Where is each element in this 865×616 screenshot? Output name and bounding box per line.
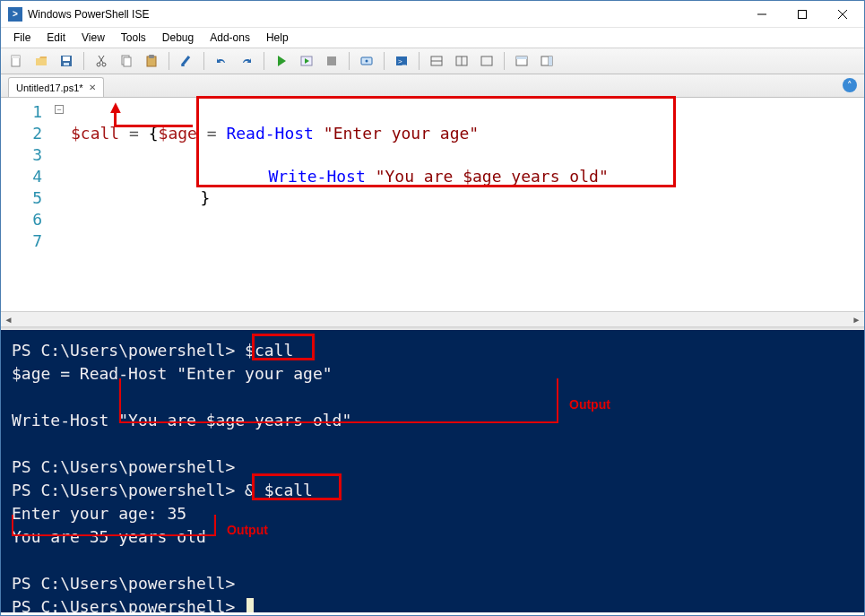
svg-rect-32 [549,56,552,65]
powershell-tab-button[interactable]: >_ [390,50,413,72]
window-title: Windows PowerShell ISE [28,8,741,21]
toolbar-separator [384,52,385,70]
cursor [247,598,254,612]
stop-button[interactable] [320,50,343,72]
console-line: PS C:\Users\powershell> & $call [12,479,853,502]
svg-point-20 [366,60,368,63]
svg-rect-5 [12,56,20,58]
line-number: 7 [1,230,42,252]
line-number: 2 [1,123,42,144]
editor-horizontal-scrollbar[interactable]: ◄ ► [1,311,864,326]
redo-button[interactable] [235,50,258,72]
maximize-button[interactable] [782,2,822,27]
line-number: 3 [1,144,42,166]
line-number: 6 [1,209,42,230]
svg-line-11 [99,56,104,63]
toolbar-separator [203,52,204,70]
run-selection-button[interactable] [295,50,318,72]
tab-strip: Untitled17.ps1* ✕ ˄ [1,74,864,98]
scroll-right-icon[interactable]: ► [849,312,864,326]
window-controls [741,2,862,27]
annotation-box [252,334,315,360]
line-number: 5 [1,187,42,209]
toolbar-separator [504,52,505,70]
svg-rect-14 [124,57,131,66]
console-line: PS C:\Users\powershell> $call [12,339,853,362]
clear-button[interactable] [175,50,198,72]
annotation-box [252,473,342,500]
annotation-label: Output [227,518,268,542]
line-number: 1 [1,101,42,123]
undo-button[interactable] [210,50,233,72]
save-button[interactable] [55,50,78,72]
console-line [12,549,853,572]
remote-button[interactable] [355,50,378,72]
svg-rect-1 [798,10,806,18]
console-pane[interactable]: PS C:\Users\powershell> $call $age = Rea… [1,330,864,612]
console-line [12,432,853,455]
script-editor[interactable]: 1 2 3 4 5 6 7 − $call = {$age = Read-Hos… [1,98,864,311]
annotation-label: Output [569,393,610,416]
svg-rect-18 [327,56,336,65]
show-command-button[interactable] [510,50,533,72]
line-number-gutter: 1 2 3 4 5 6 7 [1,98,49,311]
tab-label: Untitled17.ps1* [16,82,83,93]
menu-addons[interactable]: Add-ons [203,30,257,46]
app-icon: > [8,7,22,22]
annotation-bracket [119,378,558,423]
line-number: 4 [1,166,42,187]
toolbar: >_ [1,48,864,74]
collapse-panel-icon[interactable]: ˄ [843,78,857,92]
cut-button[interactable] [90,50,113,72]
annotation-arrowhead-icon: ▲ [107,97,125,117]
menu-help[interactable]: Help [259,30,296,46]
menu-edit[interactable]: Edit [39,30,73,46]
toolbar-separator [83,52,84,70]
code-token: } [201,188,211,207]
menu-debug[interactable]: Debug [155,30,201,46]
console-line: PS C:\Users\powershell> [12,595,853,612]
svg-rect-8 [64,63,69,65]
svg-rect-7 [63,56,70,61]
svg-point-9 [97,63,100,66]
annotation-box [196,96,676,187]
menu-tools[interactable]: Tools [114,30,153,46]
minimize-button[interactable] [741,2,782,27]
annotation-arrow [114,125,193,127]
scroll-left-icon[interactable]: ◄ [1,312,16,326]
annotation-bracket [12,515,216,536]
console-line: PS C:\Users\powershell> [12,572,853,595]
new-file-button[interactable] [4,50,28,72]
run-button[interactable] [270,50,293,72]
svg-point-10 [102,63,106,66]
menu-file[interactable]: File [6,30,38,46]
layout-button-1[interactable] [425,50,448,72]
close-button[interactable] [822,2,862,27]
svg-line-12 [99,56,103,63]
tab-close-icon[interactable]: ✕ [89,82,96,92]
open-file-button[interactable] [30,50,53,72]
svg-rect-29 [516,56,527,59]
svg-rect-27 [481,56,492,65]
toolbar-separator [349,52,350,70]
copy-button[interactable] [115,50,138,72]
show-commands-addon-button[interactable] [535,50,558,72]
file-tab[interactable]: Untitled17.ps1* ✕ [8,77,104,97]
paste-button[interactable] [140,50,163,72]
title-bar: > Windows PowerShell ISE [1,1,864,28]
menu-bar: File Edit View Tools Debug Add-ons Help [1,28,864,48]
layout-button-2[interactable] [450,50,473,72]
svg-text:>_: >_ [398,57,407,65]
layout-button-3[interactable] [475,50,498,72]
menu-view[interactable]: View [74,30,112,46]
toolbar-separator [419,52,420,70]
code-token: $call [71,124,119,143]
toolbar-separator [169,52,169,70]
svg-rect-16 [149,55,154,58]
console-line: PS C:\Users\powershell> [12,455,853,479]
toolbar-separator [264,52,264,70]
